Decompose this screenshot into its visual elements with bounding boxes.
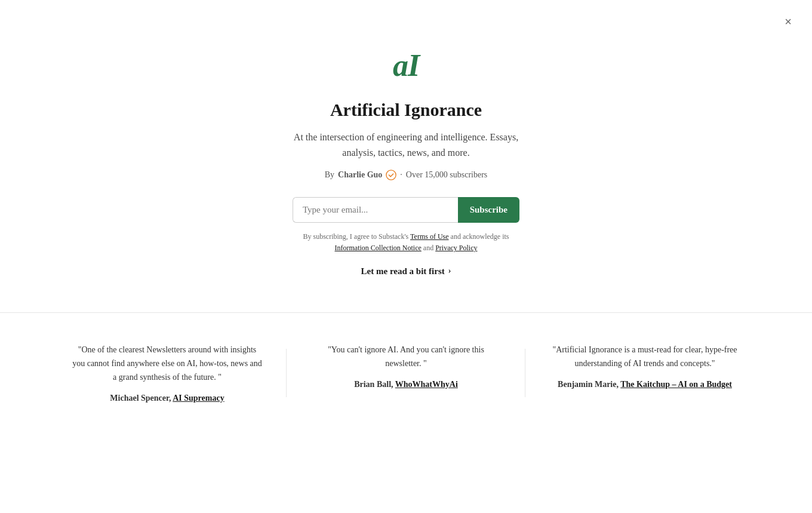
main-container: aI Artificial Ignorance At the intersect… — [0, 0, 812, 439]
verified-icon — [386, 170, 396, 180]
testimonial-source-link-1[interactable]: AI Supremacy — [173, 394, 224, 403]
author-line: By Charlie Guo · Over 15,000 subscribers — [325, 170, 488, 180]
chevron-right-icon: › — [448, 266, 451, 276]
publication-logo: aI — [393, 48, 419, 82]
testimonial-1: "One of the clearest Newsletters around … — [48, 343, 287, 403]
testimonial-source-link-2[interactable]: WhoWhatWhyAi — [395, 380, 458, 389]
read-first-button[interactable]: Let me read a bit first › — [361, 266, 451, 277]
testimonial-2: "You can't ignore AI. And you can't igno… — [287, 343, 525, 403]
testimonial-3: "Artificial Ignorance is a must-read for… — [525, 343, 764, 403]
collection-notice-link[interactable]: Information Collection Notice — [335, 244, 422, 252]
dot-separator: · — [400, 170, 402, 180]
testimonial-author-2: Brian Ball, WhoWhatWhyAi — [310, 380, 502, 389]
testimonial-source-link-3[interactable]: The Kaitchup – AI on a Budget — [620, 380, 732, 389]
testimonial-quote-2: "You can't ignore AI. And you can't igno… — [310, 343, 502, 370]
by-label: By — [325, 170, 334, 180]
publication-description: At the intersection of engineering and i… — [293, 130, 519, 160]
terms-of-use-link[interactable]: Terms of Use — [410, 232, 448, 241]
privacy-policy-link[interactable]: Privacy Policy — [435, 244, 477, 252]
terms-text: By subscribing, I agree to Substack's Te… — [293, 231, 519, 254]
close-button[interactable]: × — [779, 12, 798, 31]
subscriber-count: Over 15,000 subscribers — [406, 170, 487, 180]
testimonial-quote-1: "One of the clearest Newsletters around … — [72, 343, 263, 384]
subscribe-form: Subscribe — [293, 197, 519, 223]
close-icon: × — [785, 15, 792, 29]
svg-point-0 — [386, 170, 396, 180]
testimonials-section: "One of the clearest Newsletters around … — [0, 343, 812, 403]
author-name: Charlie Guo — [338, 170, 382, 180]
section-divider — [0, 312, 812, 313]
testimonial-author-1: Michael Spencer, AI Supremacy — [72, 394, 263, 403]
read-first-label: Let me read a bit first — [361, 266, 445, 277]
testimonial-quote-3: "Artificial Ignorance is a must-read for… — [549, 343, 740, 370]
email-input[interactable] — [293, 197, 458, 223]
subscribe-button[interactable]: Subscribe — [458, 197, 519, 223]
testimonial-author-3: Benjamin Marie, The Kaitchup – AI on a B… — [549, 380, 740, 389]
publication-title: Artificial Ignorance — [330, 100, 482, 120]
logo-area: aI — [393, 48, 419, 83]
